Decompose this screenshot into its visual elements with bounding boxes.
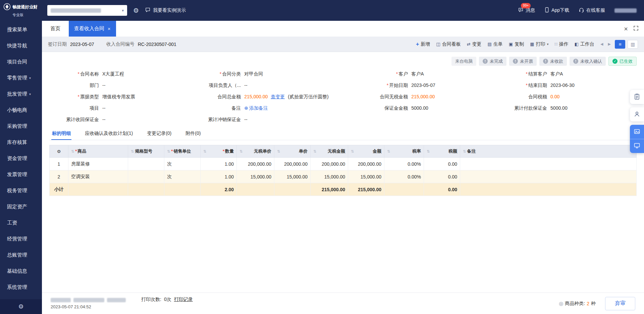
online-service-button[interactable]: 在线客服 xyxy=(579,7,605,14)
tab-close-icon[interactable]: × xyxy=(108,26,111,32)
form-field-9: *票据类型增值税专用发票 xyxy=(49,94,191,101)
screen-float-button[interactable] xyxy=(630,139,644,153)
app-download-button[interactable]: App下载 xyxy=(544,7,569,14)
messages-button[interactable]: 99+ 消息 xyxy=(518,7,535,14)
column-header-11[interactable]: ⇅备注 xyxy=(460,145,637,158)
split-view-toggle[interactable]: ▥ xyxy=(628,40,638,49)
field-value-text: 客户A xyxy=(411,71,424,77)
contract-form: *合同名称X大厦工程*合同分类对甲合同*客户客户A*结算客户客户A部门--项目负… xyxy=(49,71,637,123)
sidebar-item-label: 批发管理 xyxy=(7,91,27,97)
settings-gear-icon[interactable]: ⚙ xyxy=(18,303,23,310)
column-header-3[interactable]: ⇅*销售单位 xyxy=(164,145,201,158)
field-value: -- xyxy=(102,117,105,122)
customer-service-float-button[interactable] xyxy=(630,107,644,121)
gallery-float-button[interactable] xyxy=(630,125,644,139)
next-record-icon[interactable]: ▶ xyxy=(606,42,612,46)
table-row-2[interactable]: 2空调安装次1.0015,000.0015,000.0015,000.0015,… xyxy=(50,170,637,183)
cell-规格型号 xyxy=(128,170,164,183)
status-badge-label: 未收入确认 xyxy=(580,58,602,64)
close-all-tabs-icon[interactable]: × xyxy=(624,25,628,32)
sidebar-item-6[interactable]: 小畅电商 xyxy=(0,102,42,118)
sort-icon: ⇅ xyxy=(167,149,170,154)
field-label: 合同无税金额 xyxy=(358,94,408,100)
column-header-5[interactable]: ⇅无税单价 xyxy=(237,145,274,158)
sidebar-item-12[interactable]: 固定资产 xyxy=(0,199,42,215)
column-header-wrap: ⇅金额 xyxy=(351,148,381,154)
toolbar-button-kanban[interactable]: ◫合同看板 xyxy=(433,41,464,47)
sidebar-item-4[interactable]: 零售管理▾ xyxy=(0,70,42,86)
detail-tab-3[interactable]: 变更记录(0) xyxy=(146,127,172,140)
column-header-10[interactable]: ⇅税额 xyxy=(424,145,460,158)
form-field-6: 项目负责人（...-- xyxy=(191,83,358,89)
sidebar-item-10[interactable]: 发票管理 xyxy=(0,166,42,182)
field-value-text: 增值税专用发票 xyxy=(102,94,135,100)
sidebar-item-label: 搜索菜单 xyxy=(7,27,27,33)
sidebar-item-1[interactable]: 搜索菜单 xyxy=(0,21,42,38)
column-header-2[interactable]: ⇅规格型号 xyxy=(128,145,164,158)
field-label: *结算客户 xyxy=(497,71,547,77)
view-change-link[interactable]: 查变更 xyxy=(271,94,285,100)
tab-home[interactable]: 首页 xyxy=(42,21,69,37)
sidebar-item-8[interactable]: 库存核算 xyxy=(0,134,42,150)
detail-tab-4[interactable]: 附件(0) xyxy=(185,127,201,140)
fullscreen-icon[interactable] xyxy=(633,25,639,32)
brand-edition: 专业版 xyxy=(12,12,39,17)
app-download-label: App下载 xyxy=(551,7,569,13)
toolbar-button-print[interactable]: ▦打印▾ xyxy=(527,41,551,47)
column-header-7[interactable]: ⇅无税金额 xyxy=(311,145,348,158)
amount-in-words: (贰拾壹万伍仟圆整) xyxy=(288,94,328,100)
detail-tab-1[interactable]: 标的明细 xyxy=(51,127,71,140)
contract-no-value: RC-20230507-001 xyxy=(138,42,176,47)
column-settings-gear-icon[interactable]: ⚙ xyxy=(50,145,68,158)
column-header-9[interactable]: ⇅税率 xyxy=(384,145,424,158)
field-value: 2023-05-07 xyxy=(411,83,435,88)
print-log-link[interactable]: 打印记录 xyxy=(174,297,193,303)
category-count: 2 xyxy=(587,301,589,306)
toolbar-button-doc[interactable]: ▤生单 xyxy=(485,41,506,47)
subtotal-row: 小计2.00215,000.00215,000.000.00 xyxy=(50,183,637,196)
required-asterisk: * xyxy=(387,83,388,88)
person-icon xyxy=(634,111,640,118)
cell-无税单价: 15,000.00 xyxy=(237,170,274,183)
row-number-cell: 1 xyxy=(50,158,68,170)
field-value: 5000.00 xyxy=(411,105,428,111)
sidebar-item-7[interactable]: 采购管理 xyxy=(0,118,42,134)
reject-approval-button[interactable]: 弃审 xyxy=(605,297,635,310)
account-selector[interactable]: ▾ xyxy=(47,5,127,16)
table-row-1[interactable]: 1房屋装修次1.00200,000.00200,000.00200,000.00… xyxy=(50,158,637,170)
sidebar-item-14[interactable]: 经营管理 xyxy=(0,231,42,247)
column-header-8[interactable]: ⇅金额 xyxy=(348,145,384,158)
toolbar-button-label: 生单 xyxy=(493,41,503,47)
toolbar-button-grid[interactable]: ∷操作 xyxy=(551,41,571,47)
sidebar-item-3[interactable]: 项目合同 xyxy=(0,54,42,70)
sidebar-item-5[interactable]: 批发管理▾ xyxy=(0,86,42,102)
demo-link[interactable]: 我要看实例演示 xyxy=(145,7,186,14)
status-badge-label: 已生效 xyxy=(620,58,633,64)
toolbar-button-plus[interactable]: +新增 xyxy=(413,41,433,47)
sidebar-item-13[interactable]: 工资 xyxy=(0,215,42,231)
form-field-11: 合同无税金额215,000.00 xyxy=(358,94,497,101)
sidebar-item-label: 零售管理 xyxy=(7,75,27,81)
toolbar-button-change[interactable]: ⇄变更 xyxy=(464,41,485,47)
survey-float-button[interactable] xyxy=(630,90,644,104)
column-header-1[interactable]: ⇅*商品 xyxy=(68,145,128,158)
sidebar-item-17[interactable]: 系统管理 xyxy=(0,279,42,295)
sidebar-item-2[interactable]: 快捷导航 xyxy=(0,38,42,54)
tab-view-income-contract[interactable]: 查看收入合同 × xyxy=(69,21,116,37)
source-badge: 来自电脑 xyxy=(451,57,476,66)
topbar-gear-icon[interactable]: ⚙ xyxy=(133,7,139,14)
prev-record-icon[interactable]: ◀ xyxy=(599,42,605,46)
add-note-link[interactable]: ⊕添加备注 xyxy=(244,105,268,111)
toolbar-button-copy[interactable]: ▣复制 xyxy=(506,41,527,47)
change-icon: ⇄ xyxy=(467,42,471,47)
column-header-6[interactable]: ⇅单价 xyxy=(274,145,311,158)
sidebar-item-11[interactable]: 税务管理 xyxy=(0,182,42,199)
detail-tab-2[interactable]: 应收确认及收款计划(1) xyxy=(84,127,133,140)
sidebar-item-9[interactable]: 资金管理 xyxy=(0,150,42,166)
column-header-4[interactable]: ⇅*数量 xyxy=(201,145,237,158)
sidebar-item-15[interactable]: 总账管理 xyxy=(0,247,42,263)
list-view-toggle[interactable]: ≡ xyxy=(615,40,625,49)
toolbar-button-bench[interactable]: ◧工作台 xyxy=(572,41,597,47)
sidebar-item-16[interactable]: 基础信息 xyxy=(0,263,42,279)
cell-备注 xyxy=(460,170,637,183)
